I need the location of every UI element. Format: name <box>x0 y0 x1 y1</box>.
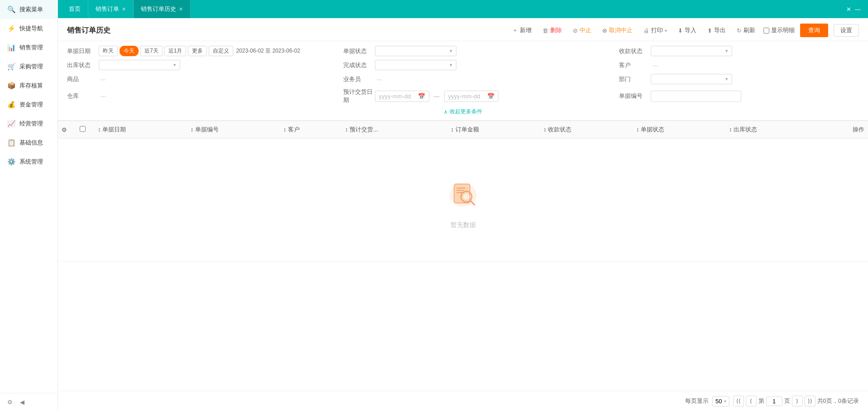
new-btn[interactable]: ＋ 新增 <box>509 24 534 36</box>
window-minimize-btn[interactable]: — <box>855 6 861 13</box>
refresh-btn[interactable]: ↻ 刷新 <box>734 24 758 36</box>
goods-ellipsis[interactable]: ··· <box>99 75 108 84</box>
display-toggle[interactable]: 显示明细 <box>763 26 795 34</box>
customer-ellipsis[interactable]: ··· <box>651 61 660 70</box>
date-btn-more[interactable]: 更多 <box>188 46 207 56</box>
date-btn-today[interactable]: 今天 <box>120 46 139 56</box>
customer-label: 客户 <box>619 61 651 69</box>
out-status-label: 出库状态 <box>67 61 99 69</box>
page-title: 销售订单历史 <box>67 26 110 35</box>
tab-history-close[interactable]: ✕ <box>179 6 183 12</box>
th-settings[interactable]: ⚙ <box>58 121 76 139</box>
delivery-date-end[interactable]: yyyy-mm-dd 📅 <box>444 91 499 102</box>
import-icon: ⬇ <box>678 27 683 34</box>
bill-status-select[interactable]: ▾ <box>375 46 456 56</box>
sidebar-item-inventory[interactable]: 📦 库存核算 <box>0 76 58 95</box>
bill-status-arrow: ▾ <box>450 48 452 54</box>
empty-row: 暂无数据 <box>58 139 868 261</box>
warehouse-field: ··· <box>99 92 307 101</box>
stop-btn[interactable]: ⊘ 中止 <box>570 24 594 36</box>
sidebar-item-system[interactable]: ⚙️ 系统管理 <box>0 152 58 171</box>
th-delivery[interactable]: ↕ 预计交货... <box>341 121 447 139</box>
filter-row-4: 仓库 ··· 预计交货日期 yyyy-mm-dd 📅 — yyyy-mm-dd … <box>67 88 859 104</box>
search-button[interactable]: 查询 <box>800 24 828 37</box>
salesman-field: ··· <box>375 75 583 84</box>
prev-page-btn[interactable]: ⟨ <box>746 396 757 406</box>
delete-btn[interactable]: 🗑 删除 <box>540 24 565 36</box>
th-number[interactable]: ↕ 单据编号 <box>187 121 280 139</box>
bill-number-label: 单据编号 <box>619 92 651 100</box>
sidebar-item-operations[interactable]: 📈 经营管理 <box>0 114 58 133</box>
payment-status-field: ▾ <box>651 46 859 56</box>
delivery-date-field: yyyy-mm-dd 📅 — yyyy-mm-dd 📅 <box>375 91 583 102</box>
date-btn-last30[interactable]: 近1月 <box>164 46 187 56</box>
th-out-status[interactable]: ↕ 出库状态 <box>725 121 818 139</box>
delete-icon: 🗑 <box>542 27 548 34</box>
sidebar-item-purchase[interactable]: 🛒 采购管理 <box>0 57 58 76</box>
next-page-btn[interactable]: ⟩ <box>792 396 803 406</box>
page-input[interactable] <box>766 396 782 406</box>
settings-gear-icon[interactable]: ⚙ <box>62 126 67 133</box>
last-page-btn[interactable]: ⟩⟩ <box>805 396 815 406</box>
sidebar-item-search[interactable]: 🔍 搜索菜单 <box>0 0 58 19</box>
table-body: 暂无数据 <box>58 139 868 261</box>
tab-sales-order-history[interactable]: 销售订单历史 ✕ <box>134 0 191 18</box>
sidebar-collapse-icon[interactable]: ◀ <box>20 399 24 406</box>
page-label: 第 <box>758 397 764 405</box>
setting-button[interactable]: 设置 <box>834 24 859 37</box>
tab-sales-order-close[interactable]: ✕ <box>122 6 126 12</box>
th-checkbox[interactable] <box>76 121 94 139</box>
bill-number-field <box>651 91 859 102</box>
select-all-checkbox[interactable] <box>80 126 86 132</box>
salesman-ellipsis[interactable]: ··· <box>375 75 384 84</box>
tab-home[interactable]: 首页 <box>62 0 88 18</box>
sales-icon: 📊 <box>7 44 16 52</box>
per-page-arrow: ▾ <box>724 399 726 404</box>
export-btn[interactable]: ⬆ 导出 <box>705 24 729 36</box>
th-date[interactable]: ↕ 单据日期 <box>94 121 187 139</box>
finance-icon: 💰 <box>7 101 16 109</box>
sidebar-bottom: ⚙ ◀ <box>0 393 58 411</box>
date-btn-custom[interactable]: 自定义 <box>209 46 233 56</box>
th-payment-status[interactable]: ↕ 收款状态 <box>540 121 633 139</box>
bill-number-input[interactable] <box>651 91 741 102</box>
department-field: ▾ <box>651 74 859 84</box>
complete-status-select[interactable]: ▾ <box>375 60 456 70</box>
operations-icon: 📈 <box>7 120 16 128</box>
collapse-row[interactable]: ∧ 收起更多条件 <box>67 108 859 116</box>
sidebar-settings-icon[interactable]: ⚙ <box>7 399 13 406</box>
sidebar-item-quicknav[interactable]: ⚡ 快捷导航 <box>0 19 58 38</box>
date-btn-last7[interactable]: 近7天 <box>140 46 163 56</box>
th-amount[interactable]: ↕ 订单金额 <box>447 121 540 139</box>
th-customer[interactable]: ↕ 客户 <box>280 121 342 139</box>
sidebar-item-base[interactable]: 📋 基础信息 <box>0 133 58 152</box>
date-range: 2023-06-02 至 2023-06-02 <box>236 47 300 55</box>
warehouse-ellipsis[interactable]: ··· <box>99 92 108 101</box>
th-bill-status[interactable]: ↕ 单据状态 <box>633 121 725 139</box>
table-footer: 每页显示 50 ▾ ⟨⟨ ⟨ 第 页 ⟩ ⟩⟩ 共0页，0条记录 <box>58 391 868 411</box>
salesman-label: 业务员 <box>343 75 375 83</box>
delivery-date-start[interactable]: yyyy-mm-dd 📅 <box>375 91 429 102</box>
first-page-btn[interactable]: ⟨⟨ <box>733 396 744 406</box>
calendar-icon-end: 📅 <box>487 93 494 100</box>
display-toggle-checkbox[interactable] <box>763 28 769 34</box>
per-page-select[interactable]: 50 ▾ <box>712 396 729 406</box>
import-btn[interactable]: ⬇ 导入 <box>675 24 699 36</box>
department-select[interactable]: ▾ <box>651 74 732 84</box>
warehouse-label: 仓库 <box>67 92 99 100</box>
date-btn-yesterday[interactable]: 昨天 <box>99 46 118 56</box>
sidebar-item-finance[interactable]: 💰 资金管理 <box>0 95 58 114</box>
payment-status-select[interactable]: ▾ <box>651 46 732 56</box>
print-btn[interactable]: 🖨 打印 ▾ <box>641 24 670 36</box>
cancel-stop-btn[interactable]: ⊗ 取消中止 <box>599 24 635 36</box>
payment-status-label: 收款状态 <box>619 47 651 55</box>
svg-rect-3 <box>456 190 464 191</box>
window-close-btn[interactable]: ✕ <box>846 6 851 13</box>
sidebar-item-sales[interactable]: 📊 销售管理 <box>0 38 58 57</box>
print-arrow: ▾ <box>665 28 667 33</box>
tab-sales-order[interactable]: 销售订单 ✕ <box>88 0 134 18</box>
empty-state: 暂无数据 <box>62 143 864 256</box>
out-status-select[interactable]: ▾ <box>99 60 180 70</box>
new-icon: ＋ <box>512 26 518 34</box>
delivery-date-label: 预计交货日期 <box>343 88 375 104</box>
